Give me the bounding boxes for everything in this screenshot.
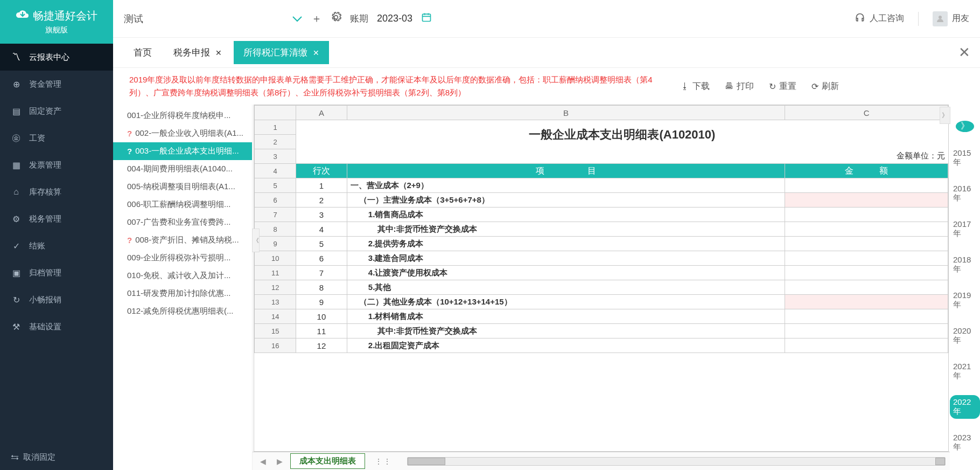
cell-seq[interactable]: 12 — [296, 338, 347, 353]
cell-item[interactable]: 5.其他 — [347, 280, 785, 295]
year-pill[interactable]: 2016年 — [950, 182, 980, 205]
form-list-item[interactable]: 009-企业所得税弥补亏损明... — [113, 249, 252, 267]
expand-panel-toggle[interactable]: 》 — [940, 107, 950, 124]
form-list-item[interactable]: 006-职工薪酬纳税调整明细... — [113, 196, 252, 213]
form-list-item[interactable]: 004-期间费用明细表(A1040... — [113, 160, 252, 178]
sidebar-item[interactable]: ⌂库存核算 — [0, 178, 113, 205]
cell-seq[interactable]: 5 — [296, 237, 347, 251]
page-tabs: 首页 税务申报✕ 所得税汇算清缴✕ ✕ — [113, 38, 980, 68]
tab-tax-declare[interactable]: 税务申报✕ — [164, 41, 232, 64]
close-all-tabs-icon[interactable]: ✕ — [958, 44, 970, 61]
cell-amount[interactable] — [785, 338, 948, 353]
cell-amount[interactable] — [785, 324, 948, 338]
cell-item[interactable]: 4.让渡资产使用权成本 — [347, 266, 785, 280]
tab-home[interactable]: 首页 — [124, 41, 162, 64]
cell-seq[interactable]: 10 — [296, 309, 347, 324]
cell-amount[interactable] — [785, 309, 948, 324]
cell-item[interactable]: （一）主营业务成本（3+5+6+7+8） — [347, 193, 785, 208]
download-button[interactable]: ⭳下载 — [678, 79, 712, 94]
cell-amount[interactable] — [785, 237, 948, 251]
year-expand-fab[interactable]: 》 — [956, 121, 974, 132]
cell-seq[interactable]: 6 — [296, 251, 347, 266]
year-pill[interactable]: 2023年 — [950, 431, 980, 454]
cell-item[interactable]: 其中:非货币性资产交换成本 — [347, 324, 785, 338]
sidebar-item[interactable]: ⊕资金管理 — [0, 71, 113, 98]
year-pill[interactable]: 2022年 — [950, 395, 980, 419]
form-list-item[interactable]: ?002-一般企业收入明细表(A1... — [113, 125, 252, 142]
cell-seq[interactable]: 8 — [296, 280, 347, 295]
tab-close-icon[interactable]: ✕ — [313, 49, 319, 57]
cell-item[interactable]: 其中:非货币性资产交换成本 — [347, 222, 785, 237]
sidebar-item[interactable]: ▣归档管理 — [0, 259, 113, 286]
sidebar-item[interactable]: ▦发票管理 — [0, 151, 113, 178]
sidebar-item[interactable]: 〽云报表中心 — [0, 44, 113, 71]
cell-amount[interactable] — [785, 222, 948, 237]
sidebar-item[interactable]: ✓结账 — [0, 232, 113, 259]
sidebar-item-label: 税务管理 — [29, 214, 61, 224]
cell-amount[interactable] — [785, 208, 948, 222]
form-list-item[interactable]: 005-纳税调整项目明细表(A1... — [113, 178, 252, 196]
year-pill[interactable]: 2015年 — [950, 146, 980, 170]
year-pill[interactable]: 2020年 — [950, 324, 980, 348]
user-menu[interactable]: 用友 — [933, 11, 969, 26]
sidebar-item[interactable]: ▤固定资产 — [0, 98, 113, 125]
spreadsheet[interactable]: ABC 1一般企业成本支出明细表(A102010) 2 3金额单位：元 4行次项… — [254, 105, 949, 452]
cell-seq[interactable]: 9 — [296, 295, 347, 309]
cell-amount[interactable] — [785, 251, 948, 266]
sheet-more-icon[interactable]: ⋮⋮ — [369, 457, 397, 466]
cell-seq[interactable]: 2 — [296, 193, 347, 208]
org-dropdown[interactable] — [152, 16, 303, 22]
cell-amount[interactable] — [785, 193, 948, 208]
cell-amount[interactable] — [785, 178, 948, 193]
cell-item[interactable]: 1.销售商品成本 — [347, 208, 785, 222]
horizontal-scrollbar[interactable] — [407, 457, 946, 466]
year-pill[interactable]: 2017年 — [950, 217, 980, 241]
sidebar-pin-toggle[interactable]: ⮀ 取消固定 — [0, 445, 113, 470]
collapse-list-toggle[interactable]: 《 — [252, 229, 260, 252]
cell-item[interactable]: 2.提供劳务成本 — [347, 237, 785, 251]
year-pill[interactable]: 2018年 — [950, 253, 980, 277]
warning-icon: ? — [127, 129, 132, 138]
cell-seq[interactable]: 7 — [296, 266, 347, 280]
sheet-next-icon[interactable]: ▶ — [274, 457, 286, 466]
form-list-item[interactable]: 007-广告费和业务宣传费跨... — [113, 213, 252, 231]
cell-item[interactable]: 1.材料销售成本 — [347, 309, 785, 324]
cell-seq[interactable]: 3 — [296, 208, 347, 222]
form-list-item[interactable]: 001-企业所得税年度纳税申... — [113, 107, 252, 125]
tab-income-tax-settlement[interactable]: 所得税汇算清缴✕ — [234, 41, 329, 64]
cell-seq[interactable]: 1 — [296, 178, 347, 193]
year-pill[interactable]: 2021年 — [950, 360, 980, 383]
cell-seq[interactable]: 11 — [296, 324, 347, 338]
cell-amount[interactable] — [785, 266, 948, 280]
sidebar-item[interactable]: ㊎工资 — [0, 125, 113, 151]
tab-close-icon[interactable]: ✕ — [215, 49, 222, 57]
year-pill[interactable]: 2019年 — [950, 288, 980, 312]
cell-item[interactable]: 2.出租固定资产成本 — [347, 338, 785, 353]
cell-item[interactable]: 一、营业成本（2+9） — [347, 178, 785, 193]
cell-item[interactable]: 3.建造合同成本 — [347, 251, 785, 266]
refresh-button[interactable]: ⟳刷新 — [809, 79, 841, 94]
sidebar-item[interactable]: ⚙税务管理 — [0, 205, 113, 232]
sheet-prev-icon[interactable]: ◀ — [257, 457, 269, 466]
form-list-item[interactable]: ?003-一般企业成本支出明细... — [113, 142, 252, 160]
cell-seq[interactable]: 4 — [296, 222, 347, 237]
cell-amount[interactable] — [785, 280, 948, 295]
brand-cloud-icon — [16, 9, 30, 23]
cell-amount[interactable] — [785, 295, 948, 309]
year-pill[interactable]: 2024年 — [950, 466, 980, 470]
form-list-item[interactable]: 012-减免所得税优惠明细表(... — [113, 302, 252, 320]
cell-item[interactable]: （二）其他业务成本（10+12+13+14+15） — [347, 295, 785, 309]
print-button[interactable]: 🖶打印 — [723, 79, 756, 94]
sidebar-item[interactable]: ↻小畅报销 — [0, 286, 113, 313]
calendar-icon[interactable] — [421, 12, 432, 25]
consult-button[interactable]: 人工咨询 — [855, 12, 904, 25]
sidebar-item[interactable]: ⚒基础设置 — [0, 313, 113, 340]
add-button[interactable]: ＋ — [311, 11, 322, 26]
warning-notice: 2019年度涉及取以前年度结转数据的申报表单元格需要手工维护正确，才能保证本年及… — [129, 73, 668, 99]
settings-gear-icon[interactable] — [331, 12, 341, 25]
reset-button[interactable]: ↻重置 — [767, 79, 799, 94]
form-list-item[interactable]: 010-免税、减计收入及加计... — [113, 267, 252, 285]
form-list-item[interactable]: ?008-资产折旧、摊销及纳税... — [113, 231, 252, 249]
sheet-tab[interactable]: 成本支出明细表 — [290, 453, 365, 469]
form-list-item[interactable]: 011-研发费用加计扣除优惠... — [113, 285, 252, 302]
